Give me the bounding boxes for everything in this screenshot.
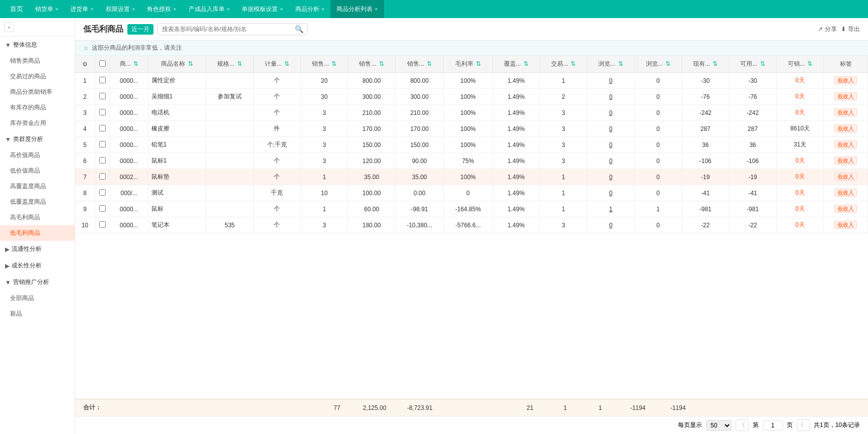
nav-home[interactable]: 首页 [4, 0, 29, 18]
col-code[interactable]: 商... ⇅ [110, 56, 148, 73]
sidebar-item-low-coverage[interactable]: 低覆盖度商品 [0, 194, 75, 210]
col-sales-profit[interactable]: 销售... ⇅ [395, 56, 443, 73]
share-button[interactable]: ↗ 分享 [818, 25, 837, 34]
nav-sales[interactable]: 销货单 × [29, 0, 64, 18]
col-views2[interactable]: 浏览... ⇅ [634, 56, 681, 73]
row-unit: 个 [253, 89, 300, 105]
nav-template[interactable]: 单据模板设置 × [236, 0, 289, 18]
row-views1[interactable]: 0 [587, 89, 634, 105]
row-checkbox[interactable] [99, 125, 106, 131]
row-index: 6 [75, 153, 95, 169]
sidebar-item-low-value[interactable]: 低价值商品 [0, 163, 75, 179]
row-views1[interactable]: 1 [587, 201, 634, 217]
page-size-select[interactable]: 50 100 [706, 420, 732, 431]
col-spec[interactable]: 规格... ⇅ [206, 56, 253, 73]
row-views1[interactable]: 0 [587, 169, 634, 185]
row-checkbox[interactable] [99, 77, 106, 83]
sidebar-group-growth[interactable]: ▶ 成长性分析 [0, 257, 75, 274]
sidebar-item-high-coverage[interactable]: 高覆盖度商品 [0, 179, 75, 194]
sidebar-item-low-margin[interactable]: 低毛利商品 [0, 225, 75, 241]
row-checkbox[interactable] [99, 157, 106, 164]
nav-analysis-close[interactable]: × [321, 6, 324, 12]
nav-roles-close[interactable]: × [173, 6, 176, 12]
row-checkbox-cell[interactable] [95, 169, 110, 185]
sidebar-item-all-goods[interactable]: 全部商品 [0, 291, 75, 306]
prev-page-btn[interactable]: 〈 [736, 419, 749, 431]
nav-products[interactable]: 产成品入库单 × [183, 0, 236, 18]
sidebar-item-high-value[interactable]: 高价值商品 [0, 148, 75, 163]
row-views1[interactable]: 0 [587, 121, 634, 137]
row-tag: 低收入 [824, 137, 868, 153]
sidebar-group-cluster[interactable]: ▼ 类群度分析 [0, 131, 75, 148]
nav-purchase[interactable]: 进货单 × [64, 0, 99, 18]
col-views1[interactable]: 浏览... ⇅ [587, 56, 634, 73]
nav-permissions-close[interactable]: × [132, 6, 135, 12]
nav-analysis[interactable]: 商品分析 × [289, 0, 330, 18]
next-page-btn[interactable]: 〉 [797, 419, 810, 431]
row-checkbox-cell[interactable] [95, 185, 110, 201]
row-checkbox-cell[interactable] [95, 73, 110, 89]
nav-purchase-close[interactable]: × [90, 6, 93, 12]
sidebar-item-capital[interactable]: 库存资金占用 [0, 115, 75, 131]
nav-template-close[interactable]: × [280, 6, 283, 12]
sidebar-collapse-btn[interactable]: « [4, 22, 14, 32]
nav-analysis-list-close[interactable]: × [375, 6, 378, 12]
sidebar-group-overall[interactable]: ▼ 整体信息 [0, 37, 75, 53]
row-checkbox[interactable] [99, 189, 106, 196]
row-checkbox[interactable] [99, 221, 106, 228]
row-views1[interactable]: 0 [587, 185, 634, 201]
col-sales-qty[interactable]: 销售... ⇅ [301, 56, 348, 73]
row-checkbox-cell[interactable] [95, 89, 110, 105]
search-input[interactable] [162, 26, 295, 33]
col-sales-amount[interactable]: 销售... ⇅ [348, 56, 395, 73]
sidebar-group-circulation[interactable]: ▶ 流通性分析 [0, 241, 75, 257]
col-tag[interactable]: 标签 [824, 56, 868, 73]
row-checkbox-cell[interactable] [95, 201, 110, 217]
col-sellable[interactable]: 可销... ⇅ [776, 56, 823, 73]
select-all-checkbox[interactable] [99, 60, 106, 67]
row-checkbox-cell[interactable] [95, 137, 110, 153]
row-checkbox[interactable] [99, 141, 106, 148]
nav-sales-close[interactable]: × [55, 6, 58, 12]
row-checkbox-cell[interactable] [95, 105, 110, 121]
search-icon[interactable]: 🔍 [295, 25, 303, 33]
row-name: 鼠标 [148, 201, 206, 217]
col-settings[interactable]: ⚙ [75, 56, 95, 73]
row-checkbox[interactable] [99, 93, 106, 99]
nav-roles[interactable]: 角色授权 × [141, 0, 182, 18]
col-coverage[interactable]: 覆盖... ⇅ [492, 56, 540, 73]
col-unit[interactable]: 计量... ⇅ [253, 56, 300, 73]
sidebar-item-inventory-goods[interactable]: 有库存的商品 [0, 100, 75, 115]
col-transactions[interactable]: 交易... ⇅ [540, 56, 587, 73]
row-checkbox-cell[interactable] [95, 121, 110, 137]
sidebar-item-high-margin[interactable]: 高毛利商品 [0, 210, 75, 225]
col-current-stock[interactable]: 现有... ⇅ [682, 56, 729, 73]
sidebar-item-traded-goods[interactable]: 交易过的商品 [0, 69, 75, 84]
row-checkbox-cell[interactable] [95, 217, 110, 233]
page-number-input[interactable] [763, 420, 783, 430]
export-button[interactable]: ⬇ 导出 [841, 25, 860, 34]
col-name[interactable]: 商品名称 ⇅ [148, 56, 206, 73]
col-gross-rate[interactable]: 毛利率 ⇅ [444, 56, 492, 73]
nav-permissions[interactable]: 权限设置 × [100, 0, 141, 18]
row-checkbox[interactable] [99, 173, 106, 180]
row-views1[interactable]: 0 [587, 73, 634, 89]
row-available: -981 [729, 201, 776, 217]
sidebar-group-marketing[interactable]: ▼ 营销推广分析 [0, 274, 75, 291]
nav-products-close[interactable]: × [227, 6, 230, 12]
row-views1[interactable]: 0 [587, 137, 634, 153]
col-available[interactable]: 可用... ⇅ [729, 56, 776, 73]
sidebar-item-sales-goods[interactable]: 销售类商品 [0, 53, 75, 69]
nav-analysis-list[interactable]: 商品分析列表 × [330, 0, 384, 18]
sidebar-item-category-rate[interactable]: 商品分类助销率 [0, 84, 75, 100]
row-views1[interactable]: 0 [587, 217, 634, 233]
col-checkbox[interactable] [95, 56, 110, 73]
row-checkbox[interactable] [99, 109, 106, 115]
sidebar-item-new-goods[interactable]: 新品 [0, 306, 75, 322]
table-container[interactable]: ⚙ 商... ⇅ 商品名称 ⇅ 规格... ⇅ 计量... ⇅ 销售... ⇅ … [75, 56, 868, 399]
row-checkbox[interactable] [99, 205, 106, 212]
time-tag-btn[interactable]: 近一月 [127, 24, 153, 35]
row-views1[interactable]: 0 [587, 153, 634, 169]
row-checkbox-cell[interactable] [95, 153, 110, 169]
row-views1[interactable]: 0 [587, 105, 634, 121]
